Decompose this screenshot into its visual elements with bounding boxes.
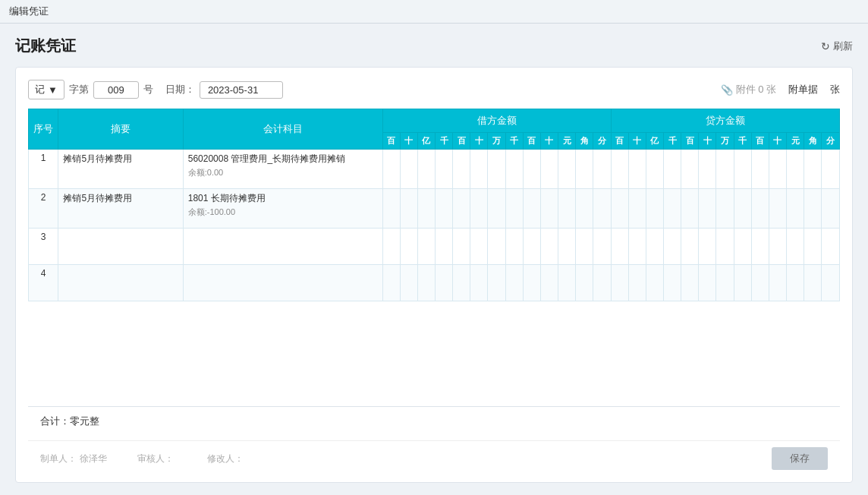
row3-d2[interactable]	[400, 229, 417, 265]
row3-d4[interactable]	[435, 229, 452, 265]
row4-d7[interactable]	[488, 265, 505, 301]
row3-c11[interactable]	[786, 229, 804, 265]
row1-c8[interactable]	[734, 150, 751, 189]
row1-d13[interactable]	[593, 150, 611, 189]
row4-account[interactable]	[183, 265, 382, 301]
row2-c8[interactable]	[734, 189, 751, 229]
table-scroll-container[interactable]: 序号 摘要 会计科目 借方金额 贷方金额 百 十 亿 千 百 十	[28, 109, 840, 406]
row2-d13[interactable]	[593, 189, 611, 229]
row3-d1[interactable]	[382, 229, 400, 265]
row2-d3[interactable]	[417, 189, 435, 229]
row3-c8[interactable]	[734, 229, 751, 265]
row1-summary[interactable]: 摊销5月待摊费用	[58, 150, 183, 189]
row3-d9[interactable]	[523, 229, 540, 265]
row4-c3[interactable]	[646, 265, 663, 301]
row4-c10[interactable]	[769, 265, 786, 301]
row3-d6[interactable]	[470, 229, 488, 265]
row1-c13[interactable]	[822, 150, 840, 189]
row1-c2[interactable]	[628, 150, 646, 189]
row3-d3[interactable]	[417, 229, 435, 265]
row3-c3[interactable]	[646, 229, 663, 265]
row2-d5[interactable]	[453, 189, 470, 229]
row4-c4[interactable]	[664, 265, 681, 301]
row2-c2[interactable]	[628, 189, 646, 229]
row1-c11[interactable]	[786, 150, 804, 189]
type-dropdown[interactable]: 记 ▼	[28, 80, 64, 99]
row4-d10[interactable]	[540, 265, 558, 301]
row3-c2[interactable]	[628, 229, 646, 265]
row2-c1[interactable]	[611, 189, 628, 229]
row3-d13[interactable]	[593, 229, 611, 265]
row1-c4[interactable]	[664, 150, 681, 189]
row2-c11[interactable]	[786, 189, 804, 229]
row2-c9[interactable]	[751, 189, 769, 229]
row1-c7[interactable]	[716, 150, 734, 189]
row2-c7[interactable]	[716, 189, 734, 229]
row1-d9[interactable]	[523, 150, 540, 189]
row1-c6[interactable]	[699, 150, 716, 189]
row1-c1[interactable]	[611, 150, 628, 189]
row2-d10[interactable]	[540, 189, 558, 229]
row1-c10[interactable]	[769, 150, 786, 189]
row4-c13[interactable]	[822, 265, 840, 301]
row4-c11[interactable]	[786, 265, 804, 301]
row3-summary[interactable]	[58, 229, 183, 265]
row2-c13[interactable]	[822, 189, 840, 229]
row4-d6[interactable]	[470, 265, 488, 301]
row4-d2[interactable]	[400, 265, 417, 301]
row4-c8[interactable]	[734, 265, 751, 301]
row3-c12[interactable]	[804, 229, 822, 265]
row3-d12[interactable]	[576, 229, 593, 265]
row2-c10[interactable]	[769, 189, 786, 229]
row2-summary[interactable]: 摊销5月待摊费用	[58, 189, 183, 229]
row3-d11[interactable]	[558, 229, 575, 265]
row3-c10[interactable]	[769, 229, 786, 265]
row4-c1[interactable]	[611, 265, 628, 301]
row2-c4[interactable]	[664, 189, 681, 229]
date-input[interactable]	[200, 81, 283, 99]
row4-d9[interactable]	[523, 265, 540, 301]
row4-c6[interactable]	[699, 265, 716, 301]
row3-c4[interactable]	[664, 229, 681, 265]
row3-d7[interactable]	[488, 229, 505, 265]
row2-d12[interactable]	[576, 189, 593, 229]
row1-account[interactable]: 56020008 管理费用_长期待摊费用摊销 余额:0.00	[183, 150, 382, 189]
row3-d5[interactable]	[453, 229, 470, 265]
row1-d7[interactable]	[488, 150, 505, 189]
row4-c5[interactable]	[681, 265, 699, 301]
row3-c1[interactable]	[611, 229, 628, 265]
row4-d4[interactable]	[435, 265, 452, 301]
row1-d11[interactable]	[558, 150, 575, 189]
row1-c9[interactable]	[751, 150, 769, 189]
row4-d13[interactable]	[593, 265, 611, 301]
refresh-button[interactable]: ↻ 刷新	[821, 39, 853, 53]
row2-d8[interactable]	[505, 189, 523, 229]
save-button[interactable]: 保存	[772, 447, 828, 470]
row3-c6[interactable]	[699, 229, 716, 265]
row2-c3[interactable]	[646, 189, 663, 229]
row1-d3[interactable]	[417, 150, 435, 189]
row1-d8[interactable]	[505, 150, 523, 189]
row4-c9[interactable]	[751, 265, 769, 301]
row2-account[interactable]: 1801 长期待摊费用 余额:-100.00	[183, 189, 382, 229]
row1-c5[interactable]	[681, 150, 699, 189]
row1-d2[interactable]	[400, 150, 417, 189]
row4-d8[interactable]	[505, 265, 523, 301]
row2-c12[interactable]	[804, 189, 822, 229]
row4-c2[interactable]	[628, 265, 646, 301]
row2-c6[interactable]	[699, 189, 716, 229]
row2-d7[interactable]	[488, 189, 505, 229]
row2-d2[interactable]	[400, 189, 417, 229]
attach-link[interactable]: 📎 附件 0 张	[721, 83, 776, 96]
row4-d11[interactable]	[558, 265, 575, 301]
row1-d5[interactable]	[453, 150, 470, 189]
row3-c13[interactable]	[822, 229, 840, 265]
row2-d4[interactable]	[435, 189, 452, 229]
row1-d6[interactable]	[470, 150, 488, 189]
row1-c3[interactable]	[646, 150, 663, 189]
row1-d12[interactable]	[576, 150, 593, 189]
row2-d9[interactable]	[523, 189, 540, 229]
row4-d12[interactable]	[576, 265, 593, 301]
row2-c5[interactable]	[681, 189, 699, 229]
row3-c7[interactable]	[716, 229, 734, 265]
